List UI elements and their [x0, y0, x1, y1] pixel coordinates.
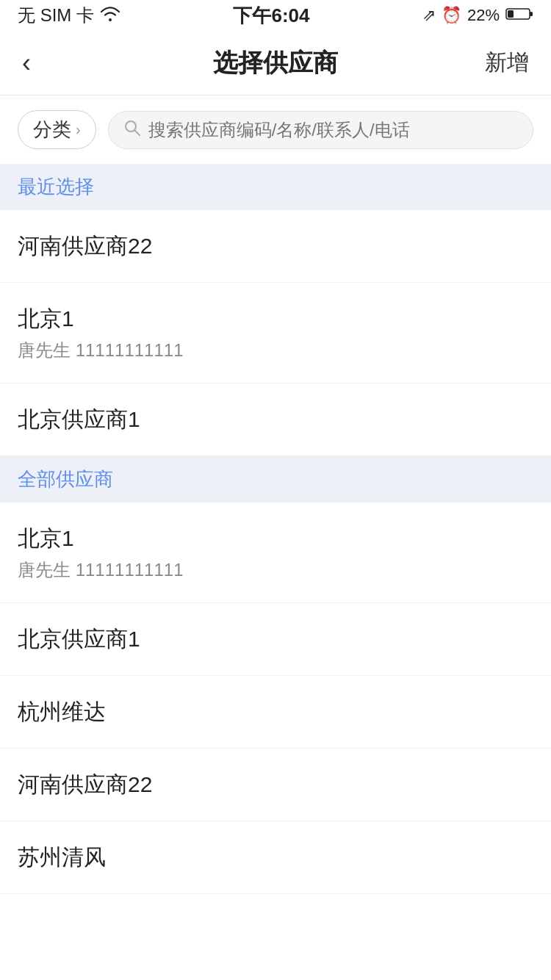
page-title: 选择供应商	[213, 46, 338, 80]
location-icon: ⇗	[422, 6, 436, 25]
list-item[interactable]: 北京供应商1	[0, 383, 551, 456]
supplier-name: 北京供应商1	[18, 404, 533, 435]
list-item[interactable]: 北京1唐先生 11111111111	[0, 283, 551, 383]
search-input[interactable]	[148, 120, 518, 140]
list-item[interactable]: 苏州清风	[0, 821, 551, 894]
category-label: 分类	[33, 117, 71, 143]
list-item[interactable]: 杭州维达	[0, 676, 551, 749]
supplier-contact: 唐先生 11111111111	[18, 339, 533, 362]
supplier-name: 河南供应商22	[18, 769, 533, 800]
wifi-icon	[100, 5, 120, 26]
supplier-name: 杭州维达	[18, 696, 533, 727]
status-left: 无 SIM 卡	[18, 4, 120, 27]
supplier-contact: 唐先生 11111111111	[18, 558, 533, 582]
list-item[interactable]: 北京1唐先生 11111111111	[0, 502, 551, 603]
sim-label: 无 SIM 卡	[18, 4, 94, 27]
alarm-icon: ⏰	[442, 6, 461, 25]
supplier-name: 河南供应商22	[18, 231, 533, 262]
list-item[interactable]: 北京供应商1	[0, 603, 551, 676]
supplier-name: 北京1	[18, 303, 533, 334]
list-item[interactable]: 河南供应商22	[0, 210, 551, 283]
add-button[interactable]: 新增	[485, 48, 529, 78]
section-header-recent: 最近选择	[0, 164, 551, 210]
battery-label: 22%	[467, 6, 500, 25]
status-bar: 无 SIM 卡 下午6:04 ⇗ ⏰ 22%	[0, 0, 551, 31]
category-filter[interactable]: 分类 ›	[18, 110, 96, 149]
section-header-all: 全部供应商	[0, 456, 551, 502]
svg-rect-2	[508, 10, 514, 18]
svg-line-4	[134, 130, 140, 135]
status-right: ⇗ ⏰ 22%	[422, 5, 533, 26]
supplier-name: 北京1	[18, 523, 533, 554]
supplier-name: 苏州清风	[18, 842, 533, 873]
svg-rect-1	[530, 12, 533, 16]
time-display: 下午6:04	[233, 3, 309, 29]
battery-icon	[505, 5, 533, 26]
filter-bar: 分类 ›	[0, 96, 551, 164]
chevron-right-icon: ›	[76, 121, 81, 138]
supplier-name: 北京供应商1	[18, 624, 533, 655]
list-item[interactable]: 河南供应商22	[0, 749, 551, 821]
search-box[interactable]	[108, 111, 533, 149]
search-icon	[123, 119, 141, 141]
back-button[interactable]: ‹	[22, 48, 66, 79]
supplier-list: 最近选择河南供应商22北京1唐先生 11111111111北京供应商1全部供应商…	[0, 164, 551, 894]
nav-bar: ‹ 选择供应商 新增	[0, 31, 551, 96]
